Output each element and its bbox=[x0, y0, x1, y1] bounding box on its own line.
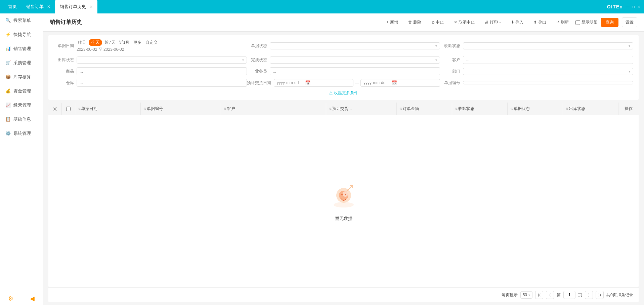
th-checkbox[interactable] bbox=[62, 103, 75, 114]
tab-sales-history[interactable]: 销售订单历史 ✕ bbox=[55, 0, 97, 13]
th-num-label: 单据编号 bbox=[147, 106, 163, 112]
page-size-value: 50 bbox=[523, 293, 527, 297]
export-button[interactable]: ⬆ 导出 bbox=[530, 18, 549, 27]
filter-department-select[interactable]: ▾ bbox=[463, 68, 633, 75]
sidebar-item-capital-mgmt[interactable]: 💰 资金管理 bbox=[0, 84, 43, 98]
filter-customer-input[interactable]: ... bbox=[463, 56, 633, 64]
tab-sales-history-close[interactable]: ✕ bbox=[89, 4, 93, 9]
filter-date-label: 单据日期 bbox=[54, 43, 74, 49]
filter-collapse-bar[interactable]: △ 收起更多条件 bbox=[54, 90, 633, 96]
display-detail-wrap: 显示明细 bbox=[575, 20, 598, 25]
date-tab-today[interactable]: 今天 bbox=[89, 39, 102, 46]
filter-delivery-from[interactable]: yyyy-mm-dd 📅 bbox=[274, 79, 353, 87]
th-status[interactable]: ⇅ 单据状态 bbox=[508, 103, 563, 115]
window-close[interactable]: ✕ bbox=[637, 4, 641, 9]
operation-mgmt-icon: 📈 bbox=[5, 103, 11, 108]
th-customer[interactable]: ⇅ 客户 bbox=[221, 103, 326, 115]
sidebar-item-sales-mgmt[interactable]: 📊 销售管理 bbox=[0, 42, 43, 56]
filter-complete-item: 完成状态 ▾ bbox=[247, 56, 440, 64]
top-right: OfTEn — □ ✕ bbox=[607, 4, 641, 9]
date-tab-custom[interactable]: 自定义 bbox=[144, 39, 159, 46]
last-page-button[interactable]: ⟩⟩ bbox=[596, 291, 604, 299]
tab-home-label: 首页 bbox=[8, 4, 17, 10]
empty-illustration bbox=[329, 181, 359, 212]
page-num-label: 页 bbox=[578, 292, 582, 298]
filter-warehouse-input[interactable]: ... bbox=[77, 79, 247, 87]
tab-sales-history-label: 销售订单历史 bbox=[60, 4, 86, 10]
tab-sales-order-label: 销售订单 bbox=[26, 4, 44, 10]
filter-status-select[interactable]: ▾ bbox=[270, 42, 440, 49]
sidebar-expand-btn[interactable]: ◀ bbox=[30, 295, 35, 302]
select-all-checkbox[interactable] bbox=[66, 107, 71, 111]
th-customer-sort-icon: ⇅ bbox=[224, 107, 226, 111]
import-button[interactable]: ⬇ 导入 bbox=[508, 18, 527, 27]
th-status-sort-icon: ⇅ bbox=[510, 107, 513, 111]
sidebar-item-search-menu[interactable]: 🔍 搜索菜单 bbox=[0, 13, 43, 28]
filter-date-item: 单据日期 昨天 今天 近7天 近1月 更多 自定义 2023-06-02 至 2… bbox=[54, 39, 247, 52]
filter-goods-input[interactable]: ... bbox=[77, 67, 247, 75]
th-amount-sort-icon: ⇅ bbox=[399, 107, 402, 111]
sidebar-item-purchase-mgmt[interactable]: 🛒 采购管理 bbox=[0, 56, 43, 70]
th-action-label: 操作 bbox=[625, 106, 633, 112]
settings-button[interactable]: 设置 bbox=[622, 17, 637, 27]
date-tab-7days[interactable]: 近7天 bbox=[103, 39, 117, 46]
filter-receipt-label: 收款状态 bbox=[440, 43, 460, 49]
th-amount[interactable]: ⇅ 订单金额 bbox=[397, 103, 452, 115]
delete-button[interactable]: 🗑 删除 bbox=[405, 18, 425, 27]
date-tab-more[interactable]: 更多 bbox=[132, 39, 143, 46]
current-page-input[interactable]: 1 bbox=[563, 291, 575, 299]
th-date[interactable]: ⇅ 单据日期 bbox=[75, 103, 141, 115]
filter-date-wrap: 昨天 今天 近7天 近1月 更多 自定义 2023-06-02 至 2023-0… bbox=[77, 39, 159, 52]
sidebar-item-operation-mgmt[interactable]: 📈 经营管理 bbox=[0, 98, 43, 112]
sidebar-item-inventory[interactable]: 📦 库存核算 bbox=[0, 70, 43, 84]
th-receipt[interactable]: ⇅ 收款状态 bbox=[452, 103, 508, 115]
th-delivery[interactable]: ⇅ 预计交货... bbox=[326, 103, 397, 115]
sidebar-settings-btn[interactable]: ⚙ bbox=[8, 295, 13, 302]
tab-sales-order[interactable]: 销售订单 ✕ bbox=[22, 0, 55, 13]
date-tab-yesterday[interactable]: 昨天 bbox=[77, 39, 87, 46]
last-page-icon: ⟩⟩ bbox=[598, 293, 601, 297]
sidebar-item-purchase-mgmt-label: 采购管理 bbox=[13, 60, 31, 66]
filter-out-select[interactable]: ▾ bbox=[77, 56, 247, 64]
refresh-button[interactable]: ↺ 刷新 bbox=[553, 18, 572, 27]
new-button[interactable]: + 新增 bbox=[383, 18, 401, 27]
page-size-select[interactable]: 50 ▾ bbox=[520, 291, 532, 299]
th-date-sort-icon: ⇅ bbox=[78, 107, 81, 111]
filter-goods-item: 商品 ... bbox=[54, 67, 247, 75]
filter-ordernum-input[interactable] bbox=[463, 81, 633, 84]
page-size-label: 每页显示 bbox=[502, 292, 518, 298]
cancel-stop-button[interactable]: ✕ 取消中止 bbox=[450, 18, 478, 27]
window-minimize[interactable]: — bbox=[626, 4, 630, 9]
prev-page-button[interactable]: ⟨ bbox=[546, 291, 554, 299]
filter-receipt-select[interactable]: ▾ bbox=[463, 42, 633, 49]
date-tab-1month[interactable]: 近1月 bbox=[118, 39, 131, 46]
th-num[interactable]: ⇅ 单据编号 bbox=[141, 103, 221, 115]
tab-sales-order-close[interactable]: ✕ bbox=[47, 4, 50, 9]
page-title: 销售订单历史 bbox=[50, 19, 380, 26]
th-settings[interactable] bbox=[48, 103, 62, 115]
prev-page-icon: ⟨ bbox=[549, 293, 551, 297]
window-maximize[interactable]: □ bbox=[632, 4, 635, 9]
sidebar-item-basic-info[interactable]: 📋 基础信息 bbox=[0, 112, 43, 126]
sidebar-item-system-mgmt[interactable]: ⚙️ 系统管理 bbox=[0, 126, 43, 141]
th-out[interactable]: ⇅ 出库状态 bbox=[563, 103, 618, 115]
display-detail-checkbox[interactable] bbox=[575, 20, 580, 25]
first-page-icon: ⟨⟨ bbox=[538, 293, 541, 297]
sidebar: 🔍 搜索菜单 ⚡ 快捷导航 📊 销售管理 🛒 采购管理 📦 库存核算 💰 资金管… bbox=[0, 13, 43, 305]
delivery-date-from-input[interactable]: yyyy-mm-dd bbox=[277, 80, 304, 85]
filter-goods-label: 商品 bbox=[54, 69, 74, 74]
sidebar-item-quick-nav[interactable]: ⚡ 快捷导航 bbox=[0, 28, 43, 42]
first-page-button[interactable]: ⟨⟨ bbox=[535, 291, 543, 299]
quick-nav-icon: ⚡ bbox=[5, 32, 11, 37]
next-page-button[interactable]: ⟩ bbox=[585, 291, 593, 299]
tab-home[interactable]: 首页 bbox=[3, 0, 22, 13]
date-range-display: 2023-06-02 至 2023-06-02 bbox=[77, 47, 159, 52]
filter-complete-select[interactable]: ▾ bbox=[270, 56, 440, 64]
stop-button[interactable]: ⊘ 中止 bbox=[428, 18, 447, 27]
th-date-label: 单据日期 bbox=[81, 106, 97, 112]
filter-delivery-to[interactable]: yyyy-mm-dd 📅 bbox=[360, 79, 440, 87]
query-button[interactable]: 查询 bbox=[601, 18, 618, 27]
delivery-date-to-input[interactable]: yyyy-mm-dd bbox=[363, 80, 390, 85]
filter-salesperson-input[interactable]: ... bbox=[270, 67, 440, 75]
print-button[interactable]: 🖨 打印 ▾ bbox=[481, 18, 504, 27]
